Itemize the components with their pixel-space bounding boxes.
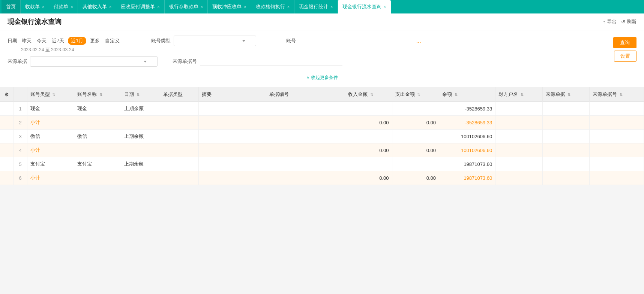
- source-doc-label: 来源单据: [8, 58, 27, 65]
- cell-income: 0.00: [345, 116, 392, 130]
- date-btn-yesterday[interactable]: 昨天: [20, 37, 33, 45]
- cell-date: [121, 116, 160, 130]
- cell-doc-type: [160, 116, 198, 130]
- cell-date: [121, 171, 160, 185]
- cell-source-doc-no: [589, 171, 644, 185]
- cell-doc-type: [160, 171, 198, 185]
- nav-tab-adjustment[interactable]: 应收应付调整单 ×: [116, 0, 164, 13]
- col-account-name[interactable]: 账号名称 ⇅: [74, 87, 121, 102]
- cell-source-doc: [542, 143, 589, 157]
- close-pre-receipt-icon[interactable]: ×: [244, 4, 246, 9]
- col-income[interactable]: 收入金额 ⇅: [345, 87, 392, 102]
- close-writeoff-icon[interactable]: ×: [287, 4, 290, 9]
- source-doc-no-label: 来源单据号: [173, 58, 197, 65]
- cell-expense: 0.00: [392, 143, 439, 157]
- table-row[interactable]: 5支付宝支付宝上期余额19871073.60: [0, 157, 644, 171]
- cell-expense: [392, 130, 439, 143]
- table-row[interactable]: 3微信微信上期余额100102606.60: [0, 130, 644, 143]
- cell-date: [121, 143, 160, 157]
- date-btn-custom[interactable]: 自定义: [104, 37, 121, 45]
- sort-account-name-icon: ⇅: [99, 93, 102, 97]
- collapse-label: 收起更多条件: [311, 75, 338, 80]
- settings-button[interactable]: 设置: [614, 51, 636, 62]
- col-source-doc[interactable]: 来源单据 ⇅: [542, 87, 589, 102]
- nav-tab-writeoff[interactable]: 收款核销执行 ×: [251, 0, 294, 13]
- col-expense[interactable]: 支出金额 ⇅: [392, 87, 439, 102]
- col-counterparty[interactable]: 对方户名 ⇅: [495, 87, 542, 102]
- cell-account-name: 现金: [74, 102, 121, 116]
- cell-counterparty: [495, 130, 542, 143]
- close-adjustment-icon[interactable]: ×: [157, 4, 159, 9]
- cell-income: 0.00: [345, 143, 392, 157]
- cell-doc-type: [160, 130, 198, 143]
- nav-tab-pre-receipt[interactable]: 预收冲应收单 ×: [208, 0, 251, 13]
- source-doc-chevron-icon: [144, 61, 147, 63]
- close-payment-icon[interactable]: ×: [71, 4, 73, 9]
- cell-source-doc-no: [589, 157, 644, 171]
- cell-counterparty: [495, 102, 542, 116]
- cell-date: 上期余额: [121, 130, 160, 143]
- cell-account-type: 小计: [27, 116, 74, 130]
- nav-tab-payment-label: 付款单: [54, 3, 68, 10]
- nav-tab-home[interactable]: 首页: [2, 0, 21, 13]
- cell-account-type: 现金: [27, 102, 74, 116]
- col-source-doc-no[interactable]: 来源单据号 ⇅: [589, 87, 644, 102]
- account-type-select[interactable]: [174, 36, 256, 46]
- export-icon: ↑: [603, 19, 606, 25]
- collapse-up-icon: ∧: [306, 75, 310, 80]
- nav-tab-other-income[interactable]: 其他收入单 ×: [78, 0, 116, 13]
- table-row[interactable]: 4小计0.000.00100102606.60: [0, 143, 644, 157]
- close-other-income-icon[interactable]: ×: [109, 4, 111, 9]
- table-row[interactable]: 2小计0.000.00-3528659.33: [0, 116, 644, 130]
- query-button[interactable]: 查询: [613, 37, 636, 48]
- col-settings[interactable]: ⚙: [0, 87, 14, 102]
- cell-expense: 0.00: [392, 116, 439, 130]
- cell-summary: [199, 171, 266, 185]
- collapse-more-conditions[interactable]: ∧ 收起更多条件: [8, 72, 636, 83]
- col-account-type[interactable]: 账号类型 ⇅: [27, 87, 74, 102]
- sort-source-doc-no-icon: ⇅: [620, 93, 623, 97]
- source-doc-no-input[interactable]: [200, 57, 342, 66]
- cell-date: 上期余额: [121, 157, 160, 171]
- cell-row-num: 5: [14, 157, 27, 171]
- cell-expense: [392, 157, 439, 171]
- cell-account-name: [74, 143, 121, 157]
- cell-row-num: 4: [14, 143, 27, 157]
- date-btn-7days[interactable]: 近7天: [50, 37, 66, 45]
- col-date[interactable]: 日期 ⇅: [121, 87, 160, 102]
- col-doc-no: 单据编号: [266, 87, 345, 102]
- source-doc-select[interactable]: [30, 56, 158, 67]
- export-button[interactable]: ↑ 导出: [603, 18, 617, 25]
- cell-account-name: [74, 171, 121, 185]
- cell-source-doc-no: [589, 130, 644, 143]
- account-ellipsis-btn[interactable]: ...: [416, 37, 421, 44]
- account-input[interactable]: [299, 36, 411, 45]
- refresh-button[interactable]: ↺ 刷新: [621, 18, 636, 25]
- cell-account-name: 微信: [74, 130, 121, 143]
- nav-tab-payment[interactable]: 付款单 ×: [49, 0, 78, 13]
- close-cash-stats-icon[interactable]: ×: [330, 4, 333, 9]
- date-label: 日期: [8, 37, 17, 44]
- col-balance[interactable]: 余额 ⇅: [439, 87, 495, 102]
- close-cash-flow-icon[interactable]: ×: [384, 4, 386, 9]
- close-receipt-icon[interactable]: ×: [42, 4, 44, 9]
- cell-source-doc: [542, 102, 589, 116]
- nav-tab-receipt-label: 收款单: [25, 3, 40, 10]
- cell-balance: -3528659.33: [439, 116, 495, 130]
- source-doc-filter-item: 来源单据: [8, 56, 158, 67]
- cell-row-num: 3: [14, 130, 27, 143]
- date-btn-today[interactable]: 今天: [35, 37, 48, 45]
- date-btn-more[interactable]: 更多: [89, 37, 101, 45]
- nav-tab-bank-deposit[interactable]: 银行存取款单 ×: [165, 0, 208, 13]
- table-row[interactable]: 6小计0.000.0019871073.60: [0, 171, 644, 185]
- nav-tab-cash-flow-label: 现金银行流水查询: [342, 3, 381, 10]
- cell-row-num: 2: [14, 116, 27, 130]
- cell-source-doc-no: [589, 102, 644, 116]
- close-bank-deposit-icon[interactable]: ×: [201, 4, 203, 9]
- nav-tab-cash-stats[interactable]: 现金银行统计 ×: [294, 0, 338, 13]
- date-range-display: 2023-02-24 至 2023-03-24: [21, 47, 74, 52]
- nav-tab-receipt[interactable]: 收款单 ×: [21, 0, 49, 13]
- nav-tab-cash-flow[interactable]: 现金银行流水查询 ×: [338, 0, 391, 13]
- date-btn-1month[interactable]: 近1月: [68, 37, 86, 45]
- table-row[interactable]: 1现金现金上期余额-3528659.33: [0, 102, 644, 116]
